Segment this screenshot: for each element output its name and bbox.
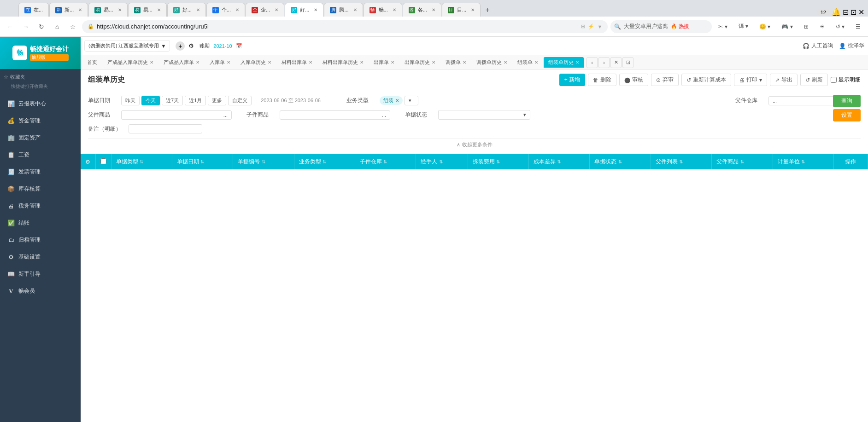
- col-checkbox[interactable]: [95, 154, 111, 169]
- print-button[interactable]: 🖨 打印 ▾: [734, 74, 767, 86]
- forward-button[interactable]: →: [19, 20, 32, 33]
- col-bill-no[interactable]: 单据编号 ⇅: [233, 154, 294, 169]
- sidebar-item-member[interactable]: V 畅会员: [0, 283, 81, 300]
- service-btn[interactable]: 🎧 人工咨询: [803, 42, 833, 50]
- tab-in-history[interactable]: 入库单历史 ✕: [236, 57, 276, 68]
- panel-left-btn[interactable]: ‹: [586, 57, 598, 68]
- close-tab-in-history[interactable]: ✕: [268, 60, 271, 65]
- more-date-btn[interactable]: 更多: [208, 96, 226, 105]
- col-bill-status[interactable]: 单据状态 ⇅: [590, 154, 651, 169]
- browser-tab-2[interactable]: 新 新... ✕: [49, 3, 88, 17]
- undo-btn[interactable]: ↺ ▾: [832, 20, 848, 33]
- browser-tab-11[interactable]: 各 各... ✕: [403, 3, 441, 17]
- delete-button[interactable]: 🗑 删除: [588, 74, 616, 86]
- panel-close-btn[interactable]: ✕: [610, 57, 622, 68]
- custom-btn[interactable]: 自定义: [228, 96, 252, 105]
- export-button[interactable]: ↗ 导出: [770, 74, 798, 86]
- browser-tab-9[interactable]: 腾 腾... ✕: [324, 3, 363, 17]
- col-settings[interactable]: ⚙: [81, 154, 95, 169]
- refresh-button[interactable]: ↻: [35, 20, 48, 33]
- new-tab-button[interactable]: +: [481, 4, 494, 17]
- close-tab-assemble-history[interactable]: ✕: [575, 60, 579, 65]
- sun-btn[interactable]: ☀: [816, 20, 828, 33]
- close-tab-out-order[interactable]: ✕: [391, 60, 394, 65]
- parent-goods-input[interactable]: ...: [121, 110, 232, 120]
- address-input[interactable]: 🔒 https://cloud.chanjet.com/accounting/u…: [82, 20, 608, 33]
- biz-type-dropdown[interactable]: ▾: [405, 96, 418, 105]
- col-parent-goods[interactable]: 父件商品 ⇅: [712, 154, 773, 169]
- close-tab-transfer[interactable]: ✕: [463, 60, 466, 65]
- tab-assemble-history[interactable]: 组装单历史 ✕: [544, 57, 584, 68]
- remark-input[interactable]: [129, 124, 202, 133]
- col-biz-type[interactable]: 业务类型 ⇅: [294, 154, 355, 169]
- close-tab-mat-out[interactable]: ✕: [309, 60, 312, 65]
- tab-prod-in-history[interactable]: 产成品入库单历史 ✕: [103, 57, 158, 68]
- sidebar-item-payroll[interactable]: 📋 工资: [0, 146, 81, 163]
- order-status-dropdown[interactable]: ▾: [438, 110, 530, 120]
- tab-in-order[interactable]: 入库单 ✕: [205, 57, 235, 68]
- col-child-warehouse[interactable]: 子件仓库 ⇅: [355, 154, 416, 169]
- tab-prod-in[interactable]: 产成品入库单 ✕: [159, 57, 204, 68]
- panel-expand-btn[interactable]: ⊡: [622, 57, 633, 68]
- sidebar-item-inventory[interactable]: 📦 库存核算: [0, 180, 81, 197]
- close-tab-transfer-history[interactable]: ✕: [504, 60, 507, 65]
- header-add-btn[interactable]: +: [176, 41, 185, 51]
- sidebar-item-guide[interactable]: 📖 新手引导: [0, 266, 81, 283]
- sidebar-item-invoice[interactable]: 🧾 发票管理: [0, 163, 81, 180]
- tab-home[interactable]: 首页: [82, 57, 102, 68]
- col-handler[interactable]: 经手人 ⇅: [416, 154, 468, 169]
- show-detail-checkbox[interactable]: [831, 77, 837, 83]
- cut-btn[interactable]: ✂ ▾: [715, 20, 731, 33]
- yesterday-btn[interactable]: 昨天: [121, 96, 140, 105]
- panel-right-btn[interactable]: ›: [598, 57, 610, 68]
- select-all-checkbox[interactable]: [100, 158, 106, 164]
- tab-transfer-history[interactable]: 调拨单历史 ✕: [472, 57, 512, 68]
- back-button[interactable]: ←: [4, 20, 17, 33]
- tab-out-order[interactable]: 出库单 ✕: [369, 57, 399, 68]
- game-btn[interactable]: 🎮 ▾: [778, 20, 796, 33]
- close-tab-in-order[interactable]: ✕: [227, 60, 230, 65]
- col-bill-type[interactable]: 单据类型 ⇅: [111, 154, 172, 169]
- emoji-btn[interactable]: 😊 ▾: [756, 20, 774, 33]
- close-tab-mat-out-history[interactable]: ✕: [360, 60, 364, 65]
- sidebar-item-cloud-report[interactable]: 📊 云报表中心: [0, 95, 81, 112]
- child-goods-input[interactable]: ...: [280, 110, 390, 120]
- add-icon[interactable]: +: [176, 41, 185, 51]
- browser-tab-6[interactable]: 个 个... ✕: [206, 3, 245, 17]
- collapse-btn[interactable]: ∧ 收起更多条件: [88, 141, 861, 148]
- col-unit[interactable]: 计量单位 ⇅: [773, 154, 833, 169]
- tab-assemble[interactable]: 组装单 ✕: [513, 57, 543, 68]
- gear-icon[interactable]: ⚙: [188, 42, 194, 49]
- browser-search-bar[interactable]: 🔍 大量安卓用户逃离 🔥 热搜: [610, 20, 712, 33]
- col-cost-diff[interactable]: 成本差异 ⇅: [529, 154, 590, 169]
- grid-btn[interactable]: ⊞: [800, 20, 812, 33]
- browser-tab-7[interactable]: 企 企... ✕: [246, 3, 284, 17]
- close-tab-prod-in-history[interactable]: ✕: [150, 60, 153, 65]
- settings-gear[interactable]: ⚙: [188, 42, 194, 49]
- browser-tab-3[interactable]: 易 易... ✕: [88, 3, 127, 17]
- col-disassemble-fee[interactable]: 拆装费用 ⇅: [468, 154, 528, 169]
- close-tab-prod-in[interactable]: ✕: [196, 60, 199, 65]
- period-selector[interactable]: 账期 2021-10 📅: [199, 42, 242, 49]
- sidebar-item-tax[interactable]: 🖨 税务管理: [0, 197, 81, 214]
- close-tab-assemble[interactable]: ✕: [534, 60, 538, 65]
- sidebar-item-fund-mgmt[interactable]: 💰 资金管理: [0, 112, 81, 129]
- query-button[interactable]: 查询: [833, 95, 861, 107]
- company-selector[interactable]: (勿删勿禁用) 江西服宝测试专用 ▼: [84, 40, 170, 52]
- today-btn[interactable]: 今天: [141, 96, 160, 105]
- browser-tab-12[interactable]: 目 目... ✕: [442, 3, 481, 17]
- tab-mat-out-history[interactable]: 材料出库单历史 ✕: [318, 57, 368, 68]
- sidebar-item-archive[interactable]: 🗂 归档管理: [0, 231, 81, 249]
- close-tab-out-history[interactable]: ✕: [432, 60, 435, 65]
- abandon-button[interactable]: ⊙ 弃审: [651, 74, 679, 86]
- menu-btn[interactable]: ☰: [852, 20, 864, 33]
- browser-tab-10[interactable]: 畅 畅... ✕: [364, 3, 402, 17]
- home-button[interactable]: ⌂: [51, 20, 64, 33]
- tab-mat-out[interactable]: 材料出库单 ✕: [277, 57, 317, 68]
- sidebar-item-basic-settings[interactable]: ⚙ 基础设置: [0, 249, 81, 266]
- recalc-button[interactable]: ↺ 重新计算成本: [681, 74, 731, 86]
- new-button[interactable]: + 新增: [559, 74, 585, 86]
- browser-tab-8[interactable]: 好 好... ✕: [285, 3, 323, 17]
- col-bill-date[interactable]: 单据日期 ⇅: [172, 154, 233, 169]
- week7-btn[interactable]: 近7天: [162, 96, 183, 105]
